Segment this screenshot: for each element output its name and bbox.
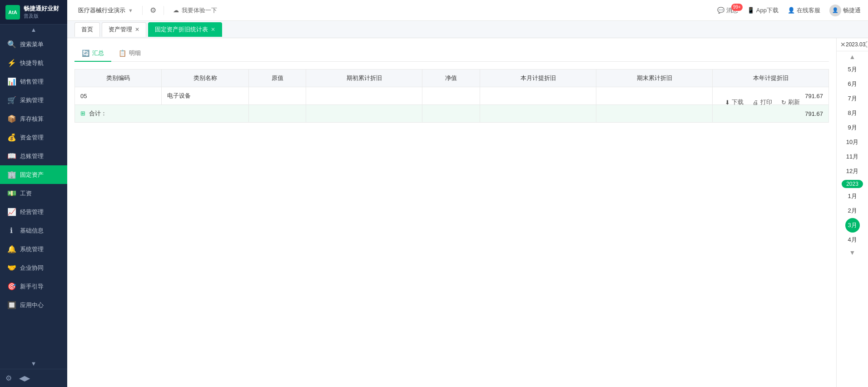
content-area: 🔄 汇总 📋 明细 ⬇ 下载 🖨 打印 ↻ bbox=[67, 38, 868, 387]
company-name: 医疗器械行业演示 bbox=[78, 6, 125, 15]
date-panel-header: ✕ 2023.03 ⛶ bbox=[837, 38, 868, 51]
month-item-9[interactable]: 9月 bbox=[837, 120, 868, 135]
download-button[interactable]: ⬇ 下载 bbox=[725, 98, 744, 106]
sidebar-item-search[interactable]: 🔍 搜索菜单 bbox=[0, 35, 67, 54]
tab-depreciation-label: 固定资产折旧统计表 bbox=[155, 25, 208, 34]
app-version: 普及版 bbox=[24, 13, 59, 20]
sidebar-item-label: 基础信息 bbox=[20, 227, 44, 235]
sidebar-item-label: 搜索菜单 bbox=[20, 40, 44, 49]
month-item-5[interactable]: 5月 bbox=[837, 62, 868, 77]
customer-service-button[interactable]: 👤 在线客服 bbox=[788, 6, 820, 15]
month-item-11[interactable]: 11月 bbox=[837, 149, 868, 164]
company-selector[interactable]: 医疗器械行业演示 ▼ bbox=[74, 5, 137, 16]
user-menu-button[interactable]: 👤 畅捷通 bbox=[829, 5, 861, 16]
topbar-right: 💬 消息 99+ 📱 App下载 👤 在线客服 👤 畅捷通 bbox=[717, 5, 861, 16]
date-panel: ✕ 2023.03 ⛶ ▲ 5月 6月 7月 8月 9月 10月 11月 12月… bbox=[836, 38, 868, 387]
sidebar-item-basic-info[interactable]: ℹ 基础信息 bbox=[0, 221, 67, 240]
total-beginning-accum bbox=[306, 105, 422, 123]
sidebar-item-sales[interactable]: 📊 销售管理 bbox=[0, 72, 67, 91]
tab-asset-mgmt[interactable]: 资产管理 ✕ bbox=[102, 22, 146, 37]
service-icon: 👤 bbox=[788, 7, 795, 14]
refresh-button[interactable]: ↻ 刷新 bbox=[781, 98, 800, 106]
app-title: 畅捷通好业财 bbox=[24, 5, 59, 13]
topbar-divider-1 bbox=[142, 6, 143, 15]
tab-home[interactable]: 首页 bbox=[74, 22, 100, 37]
sidebar-item-system[interactable]: 🔔 系统管理 bbox=[0, 240, 67, 258]
summary-icon: 🔄 bbox=[82, 50, 89, 57]
cell-code: 05 bbox=[75, 87, 162, 105]
topbar: 医疗器械行业演示 ▼ ⚙ ☁ 我要体验一下 💬 消息 99+ 📱 App下载 👤… bbox=[67, 0, 868, 21]
avatar: 👤 bbox=[829, 5, 841, 16]
tab-home-label: 首页 bbox=[81, 25, 93, 34]
messages-badge: 99+ bbox=[731, 4, 743, 11]
month-item-1[interactable]: 1月 bbox=[837, 189, 868, 203]
sidebar-item-fixed-assets[interactable]: 🏢 固定资产 bbox=[0, 165, 67, 184]
total-yearly-depreciation: 791.67 bbox=[713, 105, 829, 123]
refresh-icon: ↻ bbox=[781, 99, 786, 106]
date-scroll-up[interactable]: ▲ bbox=[837, 51, 868, 62]
sidebar-item-ledger[interactable]: 📖 总账管理 bbox=[0, 147, 67, 165]
sidebar-item-enterprise[interactable]: 🤝 企业协同 bbox=[0, 258, 67, 277]
month-item-3[interactable]: 3月 bbox=[845, 218, 860, 233]
col-code: 类别编码 bbox=[75, 69, 162, 87]
tab-depreciation[interactable]: 固定资产折旧统计表 ✕ bbox=[148, 22, 222, 37]
guide-icon: 🎯 bbox=[7, 282, 15, 291]
system-icon: 🔔 bbox=[7, 245, 15, 253]
sidebar-item-inventory[interactable]: 📦 库存核算 bbox=[0, 109, 67, 128]
customer-service-label: 在线客服 bbox=[797, 6, 820, 15]
chevron-down-icon: ▼ bbox=[849, 249, 856, 256]
sidebar-item-app-center[interactable]: 🔲 应用中心 bbox=[0, 296, 67, 314]
app-download-button[interactable]: 📱 App下载 bbox=[747, 6, 779, 15]
cloud-icon: ☁ bbox=[173, 7, 179, 14]
month-item-2[interactable]: 2月 bbox=[837, 203, 868, 218]
sidebar-scroll-down[interactable]: ▼ bbox=[0, 358, 67, 369]
table-row: 05 电子设备 791.67 bbox=[75, 87, 829, 105]
sidebar-item-quick-nav[interactable]: ⚡ 快捷导航 bbox=[0, 54, 67, 72]
sub-tab-summary[interactable]: 🔄 汇总 bbox=[74, 45, 111, 62]
col-yearly-depreciation: 本年计提折旧 bbox=[713, 69, 829, 87]
app-title-block: 畅捷通好业财 普及版 bbox=[24, 5, 59, 20]
messages-button[interactable]: 💬 消息 99+ bbox=[717, 6, 738, 15]
date-panel-expand-button[interactable]: ⛶ bbox=[865, 41, 868, 48]
sidebar-item-label: 应用中心 bbox=[20, 301, 44, 309]
detail-icon: 📋 bbox=[119, 50, 126, 57]
month-item-10[interactable]: 10月 bbox=[837, 135, 868, 149]
experience-button[interactable]: ☁ 我要体验一下 bbox=[169, 5, 221, 16]
date-panel-title: 2023.03 bbox=[846, 41, 865, 48]
basic-info-icon: ℹ bbox=[7, 226, 15, 235]
inventory-icon: 📦 bbox=[7, 114, 15, 123]
month-item-3-container: 3月 bbox=[837, 218, 868, 233]
table-total-row: ⊞ 合计： 791.67 bbox=[75, 105, 829, 123]
settings-footer-icon[interactable]: ⚙ bbox=[5, 374, 12, 382]
sidebar: AtA 畅捷通好业财 普及版 ▲ 🔍 搜索菜单 ⚡ 快捷导航 📊 销售管理 🛒 … bbox=[0, 0, 67, 387]
payroll-icon: 💵 bbox=[7, 189, 15, 198]
sidebar-item-guide[interactable]: 🎯 新手引导 bbox=[0, 277, 67, 296]
app-center-icon: 🔲 bbox=[7, 301, 15, 309]
month-item-6[interactable]: 6月 bbox=[837, 77, 868, 91]
sidebar-item-label: 快捷导航 bbox=[20, 59, 44, 67]
month-item-8[interactable]: 8月 bbox=[837, 106, 868, 120]
cell-name: 电子设备 bbox=[162, 87, 248, 105]
download-label: 下载 bbox=[732, 98, 744, 106]
print-button[interactable]: 🖨 打印 bbox=[753, 98, 772, 106]
sidebar-item-label: 固定资产 bbox=[20, 171, 44, 179]
month-item-12[interactable]: 12月 bbox=[837, 164, 868, 179]
date-panel-close-button[interactable]: ✕ bbox=[840, 41, 846, 48]
sidebar-scroll-up[interactable]: ▲ bbox=[0, 25, 67, 35]
tab-asset-mgmt-close[interactable]: ✕ bbox=[135, 26, 139, 33]
sidebar-item-label: 销售管理 bbox=[20, 78, 44, 86]
sidebar-item-payroll[interactable]: 💵 工资 bbox=[0, 184, 67, 203]
sidebar-item-purchase[interactable]: 🛒 采购管理 bbox=[0, 91, 67, 109]
month-item-7[interactable]: 7月 bbox=[837, 91, 868, 106]
tab-depreciation-close[interactable]: ✕ bbox=[211, 26, 215, 33]
settings-icon[interactable]: ⚙ bbox=[148, 4, 158, 16]
sub-tab-detail[interactable]: 📋 明细 bbox=[111, 45, 148, 62]
sidebar-header: AtA 畅捷通好业财 普及版 bbox=[0, 0, 67, 25]
sidebar-item-operations[interactable]: 📈 经营管理 bbox=[0, 203, 67, 221]
month-item-4[interactable]: 4月 bbox=[837, 233, 868, 247]
date-scroll-down[interactable]: ▼ bbox=[837, 247, 868, 258]
sidebar-item-finance[interactable]: 💰 资金管理 bbox=[0, 128, 67, 147]
cell-net-value bbox=[422, 87, 480, 105]
collapse-icon[interactable]: ◀▶ bbox=[19, 374, 30, 382]
search-icon: 🔍 bbox=[7, 40, 15, 49]
